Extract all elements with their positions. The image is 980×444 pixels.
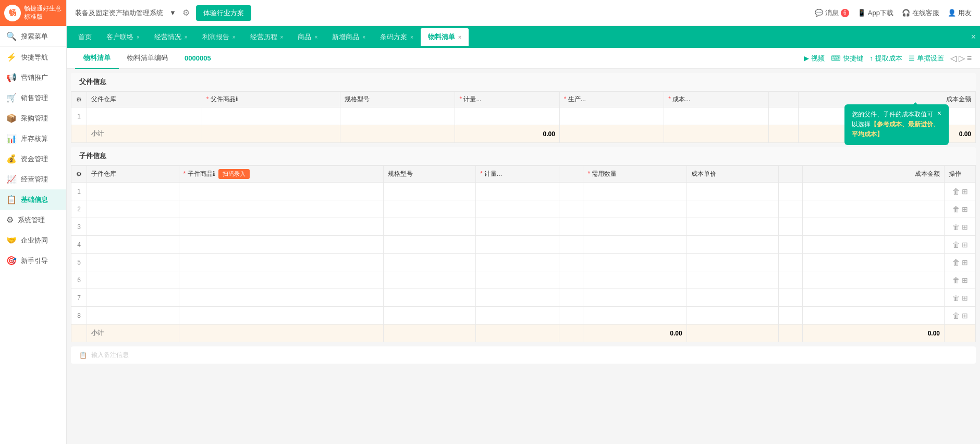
message-item[interactable]: 💬 消息 6 [815, 8, 849, 18]
system-dropdown[interactable]: ▼ [169, 9, 176, 17]
parent-warehouse-1[interactable] [87, 107, 202, 125]
tab-profit-close[interactable]: × [232, 34, 236, 40]
delete-icon-2[interactable]: 🗑 [952, 205, 960, 213]
child-unit-cost-8[interactable] [687, 307, 779, 325]
tab-customer-close[interactable]: × [137, 34, 140, 40]
copy-icon-3[interactable]: ⊞ [962, 223, 968, 231]
child-unit-cost-1[interactable] [687, 183, 779, 200]
online-service-item[interactable]: 🎧 在线客服 [902, 8, 939, 18]
copy-icon-8[interactable]: ⊞ [962, 311, 968, 320]
child-qty-4[interactable] [583, 236, 687, 254]
close-all-tabs[interactable]: × [971, 32, 976, 42]
sidebar-item-collab[interactable]: 🤝 企业协同 [0, 230, 66, 250]
child-warehouse-1[interactable] [87, 183, 179, 200]
tab-barcode-close[interactable]: × [410, 34, 413, 40]
sub-tab-bom[interactable]: 物料清单 [75, 48, 119, 69]
sidebar-item-system[interactable]: ⚙ 系统管理 [0, 210, 66, 230]
child-spec-6[interactable] [384, 271, 476, 289]
next-icon[interactable]: ▷ [959, 53, 965, 63]
child-unit-cost-2[interactable] [687, 200, 779, 218]
tab-home[interactable]: 首页 [71, 28, 99, 46]
view-btn[interactable]: ▶ 视频 [804, 54, 825, 63]
child-goods-2[interactable] [179, 200, 384, 218]
scan-btn[interactable]: 扫码录入 [218, 169, 250, 179]
copy-icon-2[interactable]: ⊞ [962, 205, 968, 213]
child-spec-7[interactable] [384, 289, 476, 307]
sidebar-item-guide[interactable]: 🎯 新手引导 [0, 250, 66, 271]
parent-spec-1[interactable] [340, 107, 455, 125]
child-unit-5[interactable] [475, 254, 559, 271]
copy-icon-1[interactable]: ⊞ [962, 187, 968, 196]
tab-bom-close[interactable]: × [458, 34, 461, 40]
sidebar-item-purchase[interactable]: 📦 采购管理 [0, 108, 66, 128]
child-warehouse-5[interactable] [87, 254, 179, 271]
child-unit-4[interactable] [475, 236, 559, 254]
sidebar-item-sales[interactable]: 🛒 销售管理 [0, 88, 66, 108]
sidebar-item-marketing[interactable]: 📢 营销推广 [0, 67, 66, 88]
delete-icon-5[interactable]: 🗑 [952, 258, 960, 267]
tab-new-goods-close[interactable]: × [362, 34, 365, 40]
child-spec-8[interactable] [384, 307, 476, 325]
child-unit-6[interactable] [475, 271, 559, 289]
tab-barcode[interactable]: 条码方案 × [373, 28, 421, 46]
child-spec-2[interactable] [384, 200, 476, 218]
tab-bom[interactable]: 物料清单 × [421, 28, 469, 46]
sidebar-item-finance[interactable]: 💰 资金管理 [0, 149, 66, 169]
sidebar-item-search[interactable]: 🔍 搜索菜单 [0, 26, 66, 47]
child-goods-6[interactable] [179, 271, 384, 289]
delete-icon-7[interactable]: 🗑 [952, 294, 960, 302]
child-spec-1[interactable] [384, 183, 476, 200]
delete-icon-3[interactable]: 🗑 [952, 223, 960, 231]
tab-history-close[interactable]: × [280, 34, 284, 40]
shortcut-btn[interactable]: ⌨ 快捷键 [831, 54, 863, 63]
app-download-item[interactable]: 📱 App下载 [858, 8, 893, 18]
copy-icon-5[interactable]: ⊞ [962, 258, 968, 267]
tab-new-goods[interactable]: 新增商品 × [325, 28, 373, 46]
child-unit-cost-7[interactable] [687, 289, 779, 307]
delete-icon-1[interactable]: 🗑 [952, 187, 960, 196]
tab-profit[interactable]: 利润报告 × [195, 28, 243, 46]
experience-btn[interactable]: 体验行业方案 [196, 5, 251, 21]
copy-icon-6[interactable]: ⊞ [962, 276, 968, 284]
child-goods-7[interactable] [179, 289, 384, 307]
parent-production-1[interactable] [559, 107, 664, 125]
tab-history[interactable]: 经营历程 × [243, 28, 291, 46]
child-unit-cost-3[interactable] [687, 218, 779, 236]
child-unit-cost-5[interactable] [687, 254, 779, 271]
parent-col-gear[interactable]: ⚙ [71, 92, 87, 107]
tooltip-close-btn[interactable]: × [937, 110, 941, 117]
delete-icon-8[interactable]: 🗑 [952, 311, 960, 320]
copy-icon-7[interactable]: ⊞ [962, 294, 968, 302]
child-spec-3[interactable] [384, 218, 476, 236]
child-goods-1[interactable] [179, 183, 384, 200]
child-unit-3[interactable] [475, 218, 559, 236]
user-item[interactable]: 👤 用友 [948, 8, 972, 18]
extract-cost-btn[interactable]: ↑ 提取成本 [869, 54, 902, 63]
child-goods-5[interactable] [179, 254, 384, 271]
child-warehouse-6[interactable] [87, 271, 179, 289]
tab-goods[interactable]: 商品 × [290, 28, 325, 46]
delete-icon-6[interactable]: 🗑 [952, 276, 960, 284]
note-placeholder[interactable]: 输入备注信息 [91, 351, 129, 359]
sidebar-item-inventory[interactable]: 📊 库存核算 [0, 128, 66, 149]
child-qty-2[interactable] [583, 200, 687, 218]
tab-operations[interactable]: 经营情况 × [147, 28, 195, 46]
child-goods-3[interactable] [179, 218, 384, 236]
child-warehouse-7[interactable] [87, 289, 179, 307]
child-warehouse-3[interactable] [87, 218, 179, 236]
prev-icon[interactable]: ◁ [950, 53, 957, 63]
child-unit-8[interactable] [475, 307, 559, 325]
child-qty-8[interactable] [583, 307, 687, 325]
child-qty-5[interactable] [583, 254, 687, 271]
child-unit-7[interactable] [475, 289, 559, 307]
sub-tab-code[interactable]: 物料清单编码 [119, 48, 176, 69]
tab-goods-close[interactable]: × [314, 34, 317, 40]
single-setting-btn[interactable]: ☰ 单据设置 [909, 54, 944, 63]
child-unit-2[interactable] [475, 200, 559, 218]
child-unit-cost-4[interactable] [687, 236, 779, 254]
sidebar-item-quick-nav[interactable]: ⚡ 快捷导航 [0, 47, 66, 67]
delete-icon-4[interactable]: 🗑 [952, 241, 960, 249]
child-unit-1[interactable] [475, 183, 559, 200]
copy-icon-4[interactable]: ⊞ [962, 241, 968, 249]
parent-cost-1[interactable] [664, 107, 768, 125]
